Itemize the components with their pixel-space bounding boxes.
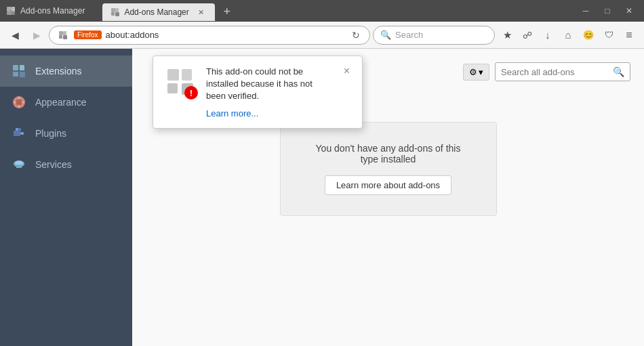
learn-more-button[interactable]: Learn more about add-ons (325, 175, 451, 195)
svg-point-20 (14, 101, 16, 104)
sidebar-item-label: Appearance (35, 97, 87, 108)
svg-point-17 (16, 99, 22, 106)
window-controls: ─ □ ✕ (576, 3, 639, 18)
bookmark-button[interactable]: ★ (498, 26, 517, 45)
search-bar[interactable]: 🔍 Search (373, 26, 495, 45)
app-icon (5, 5, 16, 16)
nav-icons: ★ ☍ ↓ ⌂ 😊 🛡 ≡ (498, 26, 639, 45)
tab-bar: Add-ons Manager ✕ + (102, 2, 236, 21)
dropdown-icon: ▾ (479, 67, 483, 77)
svg-rect-9 (63, 35, 67, 39)
search-icon: 🔍 (380, 30, 391, 40)
navbar: ◀ ▶ Firefox about:addons ↻ 🔍 Search ★ ☍ … (0, 22, 644, 49)
svg-rect-24 (16, 128, 18, 131)
tab-close-button[interactable]: ✕ (196, 7, 207, 18)
back-button[interactable]: ◀ (5, 26, 24, 45)
close-button[interactable]: ✕ (620, 3, 639, 18)
toast-body: This add-on could not be installed becau… (206, 66, 334, 118)
sidebar-item-plugins[interactable]: Plugins (0, 118, 132, 149)
sidebar-item-extensions[interactable]: Extensions (0, 56, 132, 87)
sidebar-item-label: Plugins (35, 128, 66, 139)
svg-rect-28 (16, 165, 22, 168)
page-icon-button[interactable] (56, 28, 70, 42)
firefox-badge: Firefox (74, 30, 102, 39)
svg-rect-23 (20, 132, 24, 135)
services-icon (11, 156, 27, 173)
extensions-icon (11, 63, 27, 79)
tab-title: Add-ons Manager (124, 7, 188, 17)
download-button[interactable]: ↓ (538, 26, 557, 45)
search-addons-input[interactable] (501, 67, 609, 77)
svg-rect-12 (13, 65, 18, 70)
gear-menu-button[interactable]: ⚙ ▾ (463, 64, 489, 81)
sidebar: Extensions Appearance (0, 49, 132, 346)
sidebar-item-label: Services (35, 159, 72, 170)
menu-button[interactable]: ≡ (620, 26, 639, 45)
pocket-button[interactable]: 😊 (579, 26, 598, 45)
titlebar: Add-ons Manager Add-ons Manager ✕ + ─ □ … (0, 0, 644, 22)
page-icon (58, 30, 68, 41)
titlebar-left: Add-ons Manager Add-ons Manager ✕ + (5, 1, 237, 21)
svg-rect-3 (12, 7, 15, 12)
maximize-button[interactable]: □ (598, 3, 617, 18)
search-addons-bar[interactable]: 🔍 (495, 62, 630, 81)
svg-rect-32 (182, 69, 192, 81)
error-badge: ! (184, 86, 198, 100)
home-button[interactable]: ⌂ (559, 26, 578, 45)
empty-state-message: You don't have any add-ons of this type … (308, 143, 469, 165)
svg-rect-31 (167, 83, 178, 93)
toast-notification: ! This add-on could not be installed bec… (153, 56, 363, 129)
svg-rect-13 (20, 72, 25, 77)
svg-point-18 (18, 97, 20, 100)
svg-rect-22 (14, 131, 20, 136)
svg-rect-4 (111, 8, 115, 12)
svg-rect-7 (115, 8, 119, 12)
appearance-icon (11, 94, 27, 110)
sidebar-item-services[interactable]: Services (0, 149, 132, 180)
toast-close-button[interactable]: × (342, 66, 351, 77)
svg-rect-10 (59, 35, 62, 39)
svg-rect-14 (13, 72, 18, 77)
svg-rect-2 (7, 12, 12, 15)
sidebar-item-label: Extensions (35, 66, 81, 77)
sidebar-item-appearance[interactable]: Appearance (0, 87, 132, 118)
tab-favicon (110, 7, 120, 17)
svg-rect-6 (111, 12, 115, 16)
search-placeholder: Search (395, 30, 423, 40)
forward-button[interactable]: ▶ (27, 26, 46, 45)
app-icon-area: Add-ons Manager (5, 5, 85, 16)
url-display: about:addons (106, 30, 345, 40)
svg-point-19 (18, 105, 20, 108)
svg-rect-8 (59, 31, 63, 35)
search-addons-icon[interactable]: 🔍 (613, 66, 624, 77)
shield-button[interactable]: 🛡 (599, 26, 618, 45)
toast-message: This add-on could not be installed becau… (206, 66, 334, 103)
svg-rect-11 (63, 31, 66, 35)
reload-button[interactable]: ↻ (349, 30, 363, 41)
svg-rect-15 (20, 65, 24, 70)
minimize-button[interactable]: ─ (576, 3, 595, 18)
gear-icon: ⚙ (469, 67, 477, 77)
toast-learn-more-link[interactable]: Learn more... (206, 108, 334, 118)
main-area: Extensions Appearance (0, 49, 644, 346)
svg-rect-5 (115, 12, 119, 16)
new-tab-button[interactable]: + (218, 2, 237, 21)
plugins-icon (11, 125, 27, 142)
address-bar[interactable]: Firefox about:addons ↻ (49, 26, 370, 45)
active-tab[interactable]: Add-ons Manager ✕ (102, 3, 214, 21)
content-area: ! This add-on could not be installed bec… (132, 49, 644, 346)
app-title: Add-ons Manager (20, 6, 85, 16)
svg-point-21 (22, 101, 24, 104)
toast-icon-wrap: ! (164, 66, 198, 100)
svg-rect-29 (167, 69, 179, 81)
svg-rect-25 (18, 128, 21, 131)
reader-button[interactable]: ☍ (518, 26, 537, 45)
empty-state-card: You don't have any add-ons of this type … (280, 122, 497, 216)
